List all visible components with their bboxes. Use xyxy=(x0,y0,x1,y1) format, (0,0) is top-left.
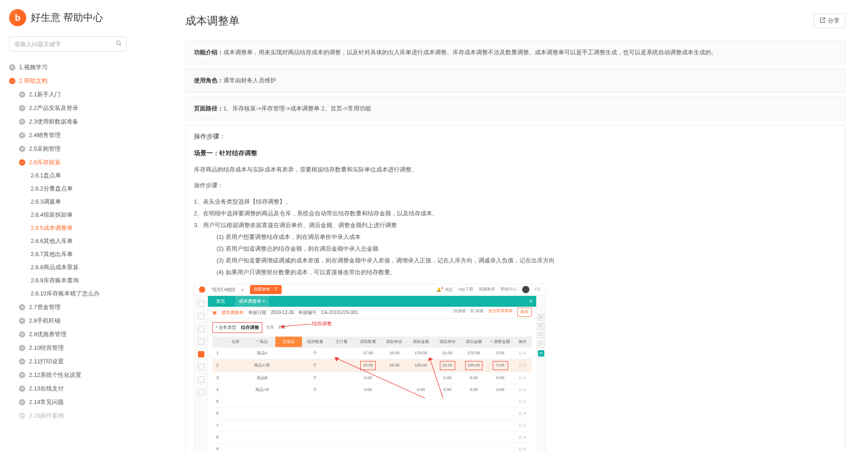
plus-icon: + xyxy=(19,413,25,419)
shot-crumb: 成本调整单 xyxy=(221,309,244,316)
plus-icon: + xyxy=(19,399,25,405)
plus-icon: + xyxy=(19,318,25,324)
embedded-screenshot: TEST-H002 ▾ 我要做啥→下 🔔● 消息 App下载 视频教程 帮助中心… xyxy=(194,284,546,452)
nav-item-2-6-10[interactable]: 2.6.10库存账本错了怎么办 xyxy=(9,287,127,300)
shot-strip-icon: ▤ xyxy=(538,314,544,320)
main-content: 成本调整单 分享 功能介绍：成本调整单，用来实现对商品结存成本的调整，以及针对具… xyxy=(136,0,868,452)
nav-item-2-6-6[interactable]: 2.6.6其他入库单 xyxy=(9,235,127,248)
shot-side-icon xyxy=(198,313,204,319)
path-text: 1、库存核算->库存管理->成本调整单 2、首页->常用功能 xyxy=(223,105,371,112)
shot-filter2-value: 全部 xyxy=(278,324,286,331)
plus-icon: + xyxy=(19,146,25,152)
nav-item-2-7[interactable]: +2.7资金管理 xyxy=(9,300,127,314)
brand-logo-icon: b xyxy=(9,9,26,26)
shot-orange-btn: 我要做啥→下 xyxy=(250,285,282,294)
shot-strip-icon-active: % xyxy=(538,350,544,357)
shot-filter-value: 结存调整 xyxy=(241,324,259,331)
shot-strip-icon: ⟳ xyxy=(538,341,544,347)
nav-item-2-13[interactable]: +2.13在线支付 xyxy=(9,382,127,395)
nav-item-video[interactable]: +1.视频学习 xyxy=(9,61,127,74)
plus-icon: + xyxy=(19,119,25,125)
share-button[interactable]: 分享 xyxy=(814,14,845,28)
shot-date-value: 2019-12-26 xyxy=(271,309,294,316)
nav-item-2-14[interactable]: +2.14常见问题 xyxy=(9,395,127,409)
shot-table: 仓库 * 商品 主单位 现存数量 主计量 调前数量 调前单价 调前金额 调后单价 xyxy=(208,337,536,452)
nav-item-2-6[interactable]: −2.6库存核算 xyxy=(9,156,127,169)
path-label: 页面路径： xyxy=(194,105,223,112)
steps-block: 操作步骤： 场景一：针对结存调整 库存商品的结存成本与实际成本有差异，需要根据结… xyxy=(185,125,845,452)
plus-icon: + xyxy=(19,358,25,365)
shot-rlink: 快捷键 xyxy=(453,308,466,316)
role-label: 使用角色： xyxy=(194,77,223,84)
step-3a: (1) 若用户想要调整结存成本，则在调后单价中录入成本 xyxy=(194,231,837,243)
plus-icon: + xyxy=(19,132,25,138)
search-box xyxy=(9,36,127,52)
shot-side-icon xyxy=(198,389,204,395)
intro-text: 成本调整单，用来实现对商品结存成本的调整，以及针对具体的出入库单进行成本调整。库… xyxy=(223,49,717,56)
brand-title: 好生意 帮助中心 xyxy=(31,11,103,24)
brand-header: b 好生意 帮助中心 xyxy=(9,9,127,26)
shot-side-icon xyxy=(198,338,204,345)
shot-save-btn: 保存 xyxy=(517,308,532,316)
step-2: 2、在明细中选择要调整的商品及仓库，系统会自动带出结存数量和结存金额，以及结存成… xyxy=(194,208,837,219)
nav-item-2-5[interactable]: +2.5采购管理 xyxy=(9,142,127,156)
shot-annotation-1: 结存调整 xyxy=(312,319,332,328)
shot-tab-home: 首页 xyxy=(212,295,229,307)
shot-logo-icon xyxy=(199,286,205,293)
steps-heading: 操作步骤： xyxy=(194,132,837,142)
nav-item-2-3[interactable]: +2.3使用前数据准备 xyxy=(9,115,127,128)
shot-code-value: CA-20191229-001 xyxy=(321,309,358,316)
nav-item-2-15[interactable]: +2.15操作案例 xyxy=(9,409,127,423)
role-text: 通常由财务人员维护 xyxy=(223,77,276,84)
plus-icon: + xyxy=(19,372,25,378)
scene-desc: 库存商品的结存成本与实际成本有差异，需要根据结存数量和实际单位成本进行调整。 xyxy=(194,164,837,176)
nav-item-2-6-1[interactable]: 2.6.1盘点单 xyxy=(9,169,127,182)
shot-bell-icon: 🔔● 消息 xyxy=(436,285,453,293)
nav-item-2-6-4[interactable]: 2.6.4组装拆卸单 xyxy=(9,209,127,222)
nav-item-2-4[interactable]: +2.4销售管理 xyxy=(9,128,127,142)
nav-item-2-11[interactable]: +2.11打印设置 xyxy=(9,355,127,368)
nav-item-2-6-7[interactable]: 2.6.7其他出库单 xyxy=(9,248,127,261)
page-title: 成本调整单 xyxy=(185,14,240,28)
shot-doc-icon: ▣ xyxy=(212,309,217,316)
shot-rlink: 田 模板 xyxy=(470,308,484,316)
nav-item-2-6-8[interactable]: 2.6.8商品成本重算 xyxy=(9,261,127,274)
nav-item-2-1[interactable]: +2.1新手入门 xyxy=(9,88,127,101)
step-list: 1、表头业务类型选择【结存调整】。 2、在明细中选择要调整的商品及仓库，系统会自… xyxy=(194,196,837,278)
plus-icon: + xyxy=(19,345,25,351)
nav-item-2-8[interactable]: +2.8手机旺铺 xyxy=(9,314,127,328)
nav-item-docs[interactable]: −2.帮助文档 xyxy=(9,74,127,88)
plus-icon: + xyxy=(19,91,25,98)
svg-point-0 xyxy=(117,41,120,44)
nav-item-2-9[interactable]: +2.9优惠券管理 xyxy=(9,328,127,341)
nav-tree: +1.视频学习 −2.帮助文档 +2.1新手入门 +2.2产品安装及登录 +2.… xyxy=(9,61,127,423)
nav-item-2-12[interactable]: +2.12系统个性化设置 xyxy=(9,368,127,382)
shot-dropdown-icon: ▾ xyxy=(241,286,244,294)
search-icon[interactable] xyxy=(116,40,122,48)
nav-item-2-6-2[interactable]: 2.6.2分量盘点单 xyxy=(9,182,127,195)
nav-item-2-10[interactable]: +2.10经营管理 xyxy=(9,341,127,355)
shot-date-label: 单据日期 xyxy=(248,309,266,316)
shot-right-strip: ▤ ☰ ✎ ⟳ % xyxy=(536,296,545,452)
shot-test-id: TEST-H002 xyxy=(212,286,235,294)
step-3b: (2) 若用户知道调整总的结存金额，则在调后金额中录入总金额 xyxy=(194,243,837,255)
shot-side-icon-active xyxy=(198,351,204,357)
minus-icon: − xyxy=(9,78,15,84)
shot-help-link: 帮助中心 xyxy=(500,286,517,293)
shot-rlink: 设为常用菜单 xyxy=(488,308,513,316)
plus-icon: + xyxy=(19,105,25,111)
shot-filter-label: * 业务类型 xyxy=(216,324,236,331)
role-block: 使用角色：通常由财务人员维护 xyxy=(185,69,845,92)
nav-item-2-6-3[interactable]: 2.6.3调拨单 xyxy=(9,195,127,209)
plus-icon: + xyxy=(19,331,25,338)
shot-strip-icon: ☰ xyxy=(538,323,544,329)
nav-item-2-2[interactable]: +2.2产品安装及登录 xyxy=(9,101,127,115)
scene-title: 场景一：针对结存调整 xyxy=(194,148,837,159)
shot-user: CC xyxy=(535,286,541,293)
search-input[interactable] xyxy=(9,36,127,52)
shot-side-icon xyxy=(198,300,204,307)
nav-item-2-6-9[interactable]: 2.6.9库存账本查询 xyxy=(9,274,127,287)
svg-line-1 xyxy=(120,44,122,46)
nav-item-2-6-5[interactable]: 2.6.5成本调整单 xyxy=(9,222,127,235)
shot-side-icon xyxy=(198,364,204,370)
